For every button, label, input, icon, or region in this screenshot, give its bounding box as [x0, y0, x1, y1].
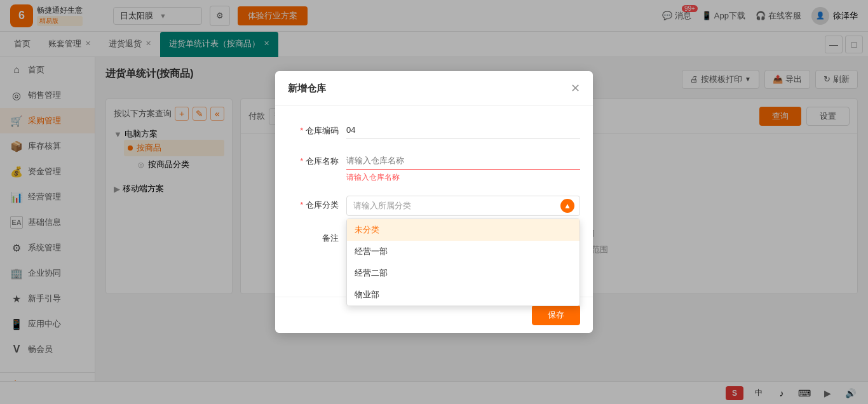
- dropdown-item-dept1[interactable]: 经营一部: [347, 241, 580, 262]
- category-arrow-icon: ▲: [560, 199, 574, 213]
- note-label: 备注: [288, 229, 339, 244]
- save-button[interactable]: 保存: [532, 305, 580, 325]
- warehouse-category-select[interactable]: 请输入所属分类 ▲: [346, 196, 580, 216]
- dialog-close-button[interactable]: ✕: [571, 81, 580, 95]
- dropdown-item-dept2[interactable]: 经营二部: [347, 262, 580, 284]
- dropdown-item-none[interactable]: 未分类: [347, 219, 580, 241]
- warehouse-code-input-wrap: [346, 121, 580, 139]
- dropdown-item-dept3[interactable]: 物业部: [347, 284, 580, 306]
- warehouse-name-error: 请输入仓库名称: [346, 172, 580, 183]
- warehouse-category-label: 仓库分类: [288, 196, 339, 211]
- warehouse-category-placeholder: 请输入所属分类: [353, 200, 560, 212]
- dialog-title: 新增仓库: [288, 83, 326, 95]
- warehouse-name-input[interactable]: [346, 152, 580, 170]
- dialog-header: 新增仓库 ✕: [275, 71, 593, 106]
- warehouse-category-select-wrap: 请输入所属分类 ▲ 未分类 经营一部 经营二部 物业部: [346, 196, 580, 216]
- modal-overlay[interactable]: 新增仓库 ✕ 仓库编码 仓库名称 请输入仓库名称 仓库分类: [0, 0, 868, 404]
- warehouse-dialog: 新增仓库 ✕ 仓库编码 仓库名称 请输入仓库名称 仓库分类: [275, 71, 593, 333]
- warehouse-code-row: 仓库编码: [288, 121, 580, 139]
- warehouse-name-input-wrap: 请输入仓库名称: [346, 152, 580, 183]
- warehouse-name-label: 仓库名称: [288, 152, 339, 167]
- category-dropdown: 未分类 经营一部 经营二部 物业部: [346, 219, 580, 306]
- warehouse-category-row: 仓库分类 请输入所属分类 ▲ 未分类 经营一部 经营二部 物业部: [288, 196, 580, 216]
- warehouse-name-row: 仓库名称 请输入仓库名称: [288, 152, 580, 183]
- warehouse-code-input[interactable]: [346, 121, 580, 139]
- warehouse-code-label: 仓库编码: [288, 121, 339, 137]
- dialog-body: 仓库编码 仓库名称 请输入仓库名称 仓库分类 请输入所属分类: [275, 106, 593, 297]
